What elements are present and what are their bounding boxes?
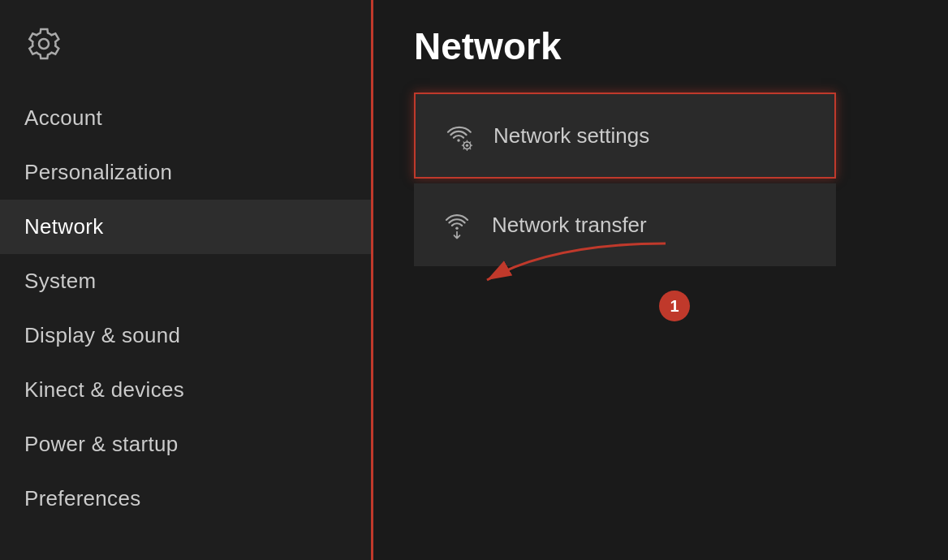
sidebar-navigation: Account Personalization Network System D… xyxy=(0,91,373,560)
sidebar-item-network[interactable]: Network xyxy=(0,200,373,254)
sidebar: Account Personalization Network System D… xyxy=(0,0,373,560)
sidebar-item-account[interactable]: Account xyxy=(0,91,373,145)
network-transfer-icon xyxy=(438,206,476,243)
network-settings-icon xyxy=(440,117,477,154)
network-settings-label: Network settings xyxy=(493,123,649,149)
main-content: Network Network settings xyxy=(373,0,948,560)
svg-point-2 xyxy=(466,144,468,146)
sidebar-item-preferences[interactable]: Preferences xyxy=(0,472,373,526)
annotation-arrow-2 xyxy=(942,49,948,170)
sidebar-item-system[interactable]: System xyxy=(0,254,373,308)
gear-icon xyxy=(24,24,63,63)
network-transfer-item[interactable]: Network transfer xyxy=(414,183,836,266)
sidebar-item-power-startup[interactable]: Power & startup xyxy=(0,417,373,472)
sidebar-gear-section xyxy=(0,16,373,91)
network-settings-item[interactable]: Network settings xyxy=(414,93,836,179)
page-title: Network xyxy=(414,24,907,68)
sidebar-item-kinect-devices[interactable]: Kinect & devices xyxy=(0,363,373,417)
network-transfer-label: Network transfer xyxy=(492,213,647,238)
svg-point-0 xyxy=(457,139,459,141)
sidebar-item-display-sound[interactable]: Display & sound xyxy=(0,308,373,363)
svg-point-3 xyxy=(455,227,458,230)
sidebar-item-personalization[interactable]: Personalization xyxy=(0,145,373,200)
settings-list: Network settings Network transfer xyxy=(414,93,836,266)
annotation-1: 1 xyxy=(659,291,690,321)
